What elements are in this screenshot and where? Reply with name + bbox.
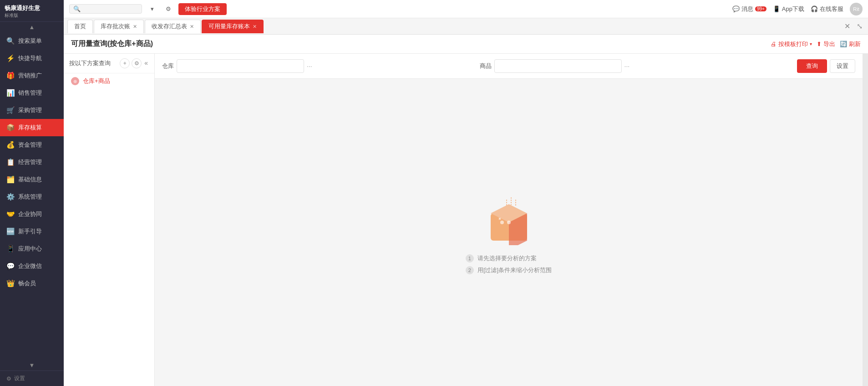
tabs-bar: 首页库存批次账✕收发存汇总表✕可用量库存账本✕ ✕ ⤡ <box>64 18 868 35</box>
empty-hint-2: 2 用[过滤]条件来缩小分析范围 <box>466 266 552 274</box>
tab-receipt-summary[interactable]: 收发存汇总表✕ <box>145 20 201 33</box>
filter-panel-actions: + ⚙ « <box>120 58 149 68</box>
sidebar-icon-inventory: 📦 <box>6 124 15 132</box>
topbar-right: 💬 消息 99+ 📱 App下载 🎧 在线客服 Rit <box>732 3 863 15</box>
empty-illustration <box>482 190 536 245</box>
scheme-label: 仓库+商品 <box>83 77 110 85</box>
sidebar-icon-purchase: 🛒 <box>6 106 15 114</box>
sidebar-item-finance[interactable]: 💰资金管理 <box>0 136 64 154</box>
print-template-btn[interactable]: 🖨 按模板打印 ▾ <box>771 40 812 48</box>
tab-close-available-stock[interactable]: ✕ <box>253 24 257 30</box>
filter-panel-title: 按以下方案查询 <box>69 59 111 67</box>
tab-close-batch-account[interactable]: ✕ <box>133 24 137 30</box>
warehouse-input[interactable] <box>177 59 304 73</box>
sidebar-item-wechat[interactable]: 💬企业微信 <box>0 257 64 275</box>
tab-label-batch-account: 库存批次账 <box>101 22 130 31</box>
filter-panel: 按以下方案查询 + ⚙ « ⊛ 仓库+商品 <box>64 54 155 386</box>
sidebar-bottom[interactable]: ⚙ 设置 <box>0 371 64 386</box>
sidebar-item-purchase[interactable]: 🛒采购管理 <box>0 102 64 119</box>
search-icon: 🔍 <box>73 5 81 12</box>
sidebar-icon-member: 👑 <box>6 279 15 288</box>
tab-label-available-stock: 可用量库存账本 <box>208 22 250 31</box>
goods-label: 商品 <box>480 62 492 70</box>
sidebar-item-app-center[interactable]: 📱应用中心 <box>0 240 64 257</box>
sidebar-label-enterprise: 企业协同 <box>18 210 42 218</box>
sidebar-item-newbie[interactable]: 🆕新手引导 <box>0 223 64 240</box>
tab-home[interactable]: 首页 <box>67 20 93 33</box>
tab-batch-account[interactable]: 库存批次账✕ <box>94 20 144 33</box>
topbar: 🔍 ▾ ⚙ 体验行业方案 💬 消息 99+ 📱 App下载 🎧 在线客服 Rit <box>64 0 868 18</box>
tab-available-stock[interactable]: 可用量库存账本✕ <box>202 20 264 33</box>
export-btn[interactable]: ⬆ 导出 <box>817 40 835 48</box>
goods-more-icon[interactable]: ··· <box>624 62 630 70</box>
warehouse-label: 仓库 <box>162 62 174 70</box>
query-settings-btn[interactable]: 设置 <box>830 59 855 73</box>
collapse-panel-btn[interactable]: « <box>143 58 149 68</box>
svg-point-3 <box>500 221 504 224</box>
export-icon: ⬆ <box>817 41 822 47</box>
add-scheme-btn[interactable]: + <box>120 58 130 68</box>
warehouse-filter: 仓库 ··· <box>162 59 472 73</box>
dropdown-icon[interactable]: ▾ <box>146 3 158 15</box>
sidebar-item-marketing[interactable]: 🎁营销推广 <box>0 67 64 84</box>
main-area: 🔍 ▾ ⚙ 体验行业方案 💬 消息 99+ 📱 App下载 🎧 在线客服 Rit <box>64 0 868 386</box>
sidebar-label-newbie: 新手引导 <box>18 227 42 236</box>
close-tab-btn[interactable]: ✕ <box>843 21 852 31</box>
settings-gear-icon[interactable]: ⚙ <box>162 3 175 15</box>
print-icon: 🖨 <box>771 41 777 47</box>
empty-hints: 1 请先选择要分析的方案 2 用[过滤]条件来缩小分析范围 <box>466 254 552 274</box>
sidebar-item-enterprise[interactable]: 🤝企业协同 <box>0 206 64 223</box>
sidebar-icon-sales: 📊 <box>6 89 15 97</box>
app-download-btn[interactable]: 📱 App下载 <box>773 5 804 13</box>
tab-close-receipt-summary[interactable]: ✕ <box>190 24 194 30</box>
sidebar-icon-search: 🔍 <box>6 37 15 45</box>
sidebar-bottom-label: 设置 <box>14 375 25 382</box>
sidebar-item-operation[interactable]: 📋经营管理 <box>0 154 64 171</box>
settings-scheme-btn[interactable]: ⚙ <box>132 58 142 68</box>
settings-icon: ⚙ <box>6 376 11 382</box>
sidebar-scroll-up[interactable]: ▲ <box>0 22 64 32</box>
goods-filter: 商品 ··· <box>480 59 790 73</box>
topbar-search-box[interactable]: 🔍 <box>69 4 142 14</box>
app-icon: 📱 <box>773 5 780 12</box>
sidebar-item-quick-nav[interactable]: ⚡快捷导航 <box>0 50 64 67</box>
hint-num-1: 1 <box>466 254 474 262</box>
user-avatar[interactable]: Rit <box>850 3 863 15</box>
sidebar-label-member: 畅会员 <box>18 279 36 288</box>
refresh-btn[interactable]: 🔄 刷新 <box>840 40 861 48</box>
sidebar-item-system[interactable]: ⚙️系统管理 <box>0 188 64 206</box>
trial-btn[interactable]: 体验行业方案 <box>178 3 227 15</box>
sidebar-item-member[interactable]: 👑畅会员 <box>0 275 64 292</box>
content-area: 按以下方案查询 + ⚙ « ⊛ 仓库+商品 仓库 ··· <box>64 54 868 386</box>
sidebar-icon-quick-nav: ⚡ <box>6 54 15 62</box>
message-icon: 💬 <box>732 5 740 12</box>
warehouse-more-icon[interactable]: ··· <box>307 62 312 70</box>
svg-point-4 <box>507 221 511 224</box>
message-btn[interactable]: 💬 消息 99+ <box>732 5 766 13</box>
search-input[interactable] <box>82 6 128 12</box>
sidebar-icon-enterprise: 🤝 <box>6 210 15 218</box>
sidebar-item-search[interactable]: 🔍搜索菜单 <box>0 32 64 50</box>
online-service-btn[interactable]: 🎧 在线客服 <box>811 5 843 13</box>
hint-text-2: 用[过滤]条件来缩小分析范围 <box>477 266 552 274</box>
sidebar-label-search: 搜索菜单 <box>18 37 42 45</box>
sidebar-icon-app-center: 📱 <box>6 245 15 253</box>
sidebar: 畅康通好生意 标准版 ▲ 🔍搜索菜单⚡快捷导航🎁营销推广📊销售管理🛒采购管理📦库… <box>0 0 64 386</box>
sidebar-item-sales[interactable]: 📊销售管理 <box>0 84 64 102</box>
query-btn[interactable]: 查询 <box>797 59 827 73</box>
sidebar-label-inventory: 库存核算 <box>18 124 42 132</box>
sidebar-label-sales: 销售管理 <box>18 89 42 97</box>
filter-scheme-warehouse-goods[interactable]: ⊛ 仓库+商品 <box>64 73 154 89</box>
scheme-icon: ⊛ <box>71 77 79 85</box>
brand-name: 畅康通好生意 <box>5 5 59 12</box>
page-title: 可用量查询(按仓库+商品) <box>71 39 153 49</box>
refresh-icon: 🔄 <box>840 41 847 47</box>
goods-input[interactable] <box>494 59 622 73</box>
hint-num-2: 2 <box>466 266 474 274</box>
sidebar-item-inventory[interactable]: 📦库存核算 <box>0 119 64 136</box>
sidebar-item-basic-info[interactable]: 🗂️基础信息 <box>0 171 64 188</box>
sidebar-scroll-down[interactable]: ▼ <box>0 360 64 371</box>
maximize-tab-btn[interactable]: ⤡ <box>855 21 864 31</box>
right-scroll[interactable] <box>863 54 868 386</box>
sidebar-header: 畅康通好生意 标准版 <box>0 0 64 22</box>
